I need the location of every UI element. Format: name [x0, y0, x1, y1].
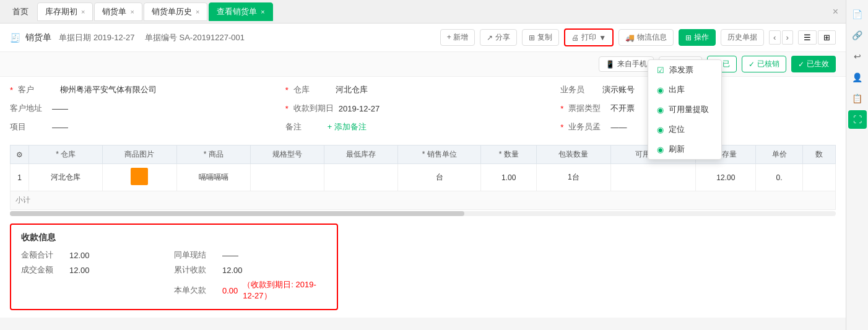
print-label: 打印	[581, 32, 596, 43]
verify-label: 已	[723, 59, 730, 69]
row-unit: 台	[398, 164, 481, 191]
row-image	[103, 164, 176, 191]
grid-view-button[interactable]: ⊞	[818, 30, 836, 45]
amount-total-value: 12.00	[69, 251, 90, 260]
current-owe-value: 0.00	[222, 286, 238, 295]
effective-button[interactable]: ✓ 已生效	[791, 56, 836, 72]
payment-date-label: 收款到期日	[293, 103, 334, 114]
print-button[interactable]: 🖨 打印 ▼	[564, 28, 614, 46]
subtotal-row: 小计	[11, 191, 836, 210]
payment-date-value[interactable]: 2019-12-27	[339, 104, 380, 113]
amount-total-row: 金额合计 12.00	[21, 250, 174, 261]
col-qty: * 数量	[481, 145, 537, 164]
row-qty: 1.00	[481, 164, 537, 191]
next-arrow[interactable]: ›	[782, 30, 793, 45]
sidebar-doc-icon[interactable]: 📄	[848, 5, 867, 24]
add-invoice-item[interactable]: ☑ 添发票	[648, 60, 721, 80]
close-icon[interactable]: ×	[130, 8, 134, 15]
refresh-item[interactable]: ◉ 刷新	[648, 139, 721, 159]
tab-inventory[interactable]: 库存期初 ×	[37, 2, 93, 21]
required-mark: *	[285, 104, 289, 113]
col-spec: 规格型号	[250, 145, 324, 164]
document-header: 🧾 销货单 单据日期 2019-12-27 单据编号 SA-20191227-0…	[0, 24, 846, 52]
tab-home[interactable]: 首页	[5, 2, 36, 21]
col-unit: * 销售单位	[398, 145, 481, 164]
logistics-button[interactable]: 🚚 物流信息	[618, 29, 674, 46]
cancel-button[interactable]: ✓ 已核销	[742, 56, 786, 72]
customer-field: * 客户 柳州粤港平安气体有限公司	[10, 84, 285, 95]
address-field: 客户地址 ——	[10, 103, 285, 114]
share-label: 分享	[495, 32, 510, 43]
customer-value[interactable]: 柳州粤港平安气体有限公司	[60, 84, 157, 95]
row-warehouse: 河北仓库	[29, 164, 103, 191]
transaction-label: 成交金额	[21, 264, 64, 276]
required-mark: *	[560, 104, 563, 113]
ticket-type-value[interactable]: 不开票	[610, 103, 635, 114]
col-settings[interactable]: ⚙	[11, 145, 29, 164]
print-icon: 🖨	[571, 33, 579, 42]
operations-button[interactable]: ⊞ 操作	[679, 29, 716, 46]
col-pkg-qty: 包装数量	[537, 145, 610, 164]
close-icon[interactable]: ×	[196, 8, 199, 15]
close-icon[interactable]: ×	[261, 8, 264, 15]
staff2-label: 业务员孟	[568, 121, 605, 132]
sidebar-link-icon[interactable]: 🔗	[848, 26, 867, 45]
cumulative-row: 累计收款 12.00	[174, 264, 327, 276]
tab-sales-history[interactable]: 销货单历史 ×	[144, 2, 207, 21]
share-icon: ↗	[487, 33, 493, 42]
history-label: 历史单据	[727, 32, 757, 43]
grid-icon: ⊞	[685, 33, 692, 42]
amount-total-label: 金额合计	[21, 250, 64, 261]
tab-home-label: 首页	[12, 6, 28, 17]
history-button[interactable]: 历史单据	[721, 29, 764, 46]
tab-sales-order[interactable]: 销货单 ×	[94, 2, 142, 21]
warehouse-label: 仓库	[293, 84, 331, 95]
collection-grid: 金额合计 12.00 同单现结 —— 成交金额 12.00 累计收款 12.00	[21, 250, 327, 302]
collection-info: 收款信息 金额合计 12.00 同单现结 —— 成交金额 12.00 累计收款 …	[10, 224, 338, 310]
row-index: 1	[11, 164, 29, 191]
current-owe-row: 本单欠款 0.00 （收款到期日: 2019-12-27）	[174, 279, 327, 302]
col-price: 单价	[756, 145, 802, 164]
transaction-row: 成交金额 12.00	[21, 264, 174, 276]
tab-view-sales[interactable]: 查看销货单 ×	[209, 2, 272, 21]
row-product: 嗝嗝嗝嗝	[176, 164, 250, 191]
address-label: 客户地址	[10, 103, 47, 114]
add-remark-button[interactable]: + 添加备注	[328, 121, 367, 132]
dropdown-arrow-icon: ▼	[599, 33, 606, 42]
window-close-button[interactable]: ×	[830, 4, 841, 20]
cancel-check-icon: ✓	[749, 60, 755, 69]
list-view-button[interactable]: ☰	[798, 30, 817, 45]
refresh-label: 刷新	[669, 144, 685, 155]
sidebar-return-icon[interactable]: ↩	[848, 47, 867, 66]
project-value: ——	[52, 123, 68, 132]
copy-button[interactable]: ⊞ 复制	[522, 29, 559, 46]
sidebar-user-icon[interactable]: 👤	[848, 68, 867, 87]
available-extract-item[interactable]: ◉ 可用量提取	[648, 100, 721, 119]
outbound-item[interactable]: ◉ 出库	[648, 80, 721, 100]
share-button[interactable]: ↗ 分享	[480, 29, 517, 46]
locate-item[interactable]: ◉ 定位	[648, 119, 721, 139]
address-value: ——	[52, 104, 68, 113]
document-title-area: 🧾 销货单	[10, 32, 51, 43]
same-order-row: 同单现结 ——	[174, 250, 327, 261]
nav-arrows: ‹ ›	[769, 30, 793, 45]
mobile-icon: 📱	[605, 60, 615, 69]
close-icon[interactable]: ×	[81, 8, 85, 15]
copy-label: 复制	[537, 32, 552, 43]
document-meta: 单据日期 2019-12-27 单据编号 SA-20191227-001	[59, 32, 245, 43]
radio3-icon: ◉	[657, 125, 664, 134]
from-mobile-button[interactable]: 📱 来自手机	[599, 56, 654, 72]
truck-icon: 🚚	[625, 33, 635, 42]
add-button[interactable]: + 新增	[440, 29, 475, 46]
staff-label: 业务员	[560, 84, 597, 95]
available-extract-label: 可用量提取	[669, 104, 709, 115]
prev-arrow[interactable]: ‹	[769, 30, 780, 45]
cancel-label: 已核销	[757, 59, 779, 69]
sidebar-clipboard-icon[interactable]: 📋	[848, 89, 867, 108]
sidebar-expand-icon[interactable]: ⛶	[848, 110, 867, 129]
due-date-text: （收款到期日: 2019-12-27）	[243, 279, 327, 302]
col-min-stock: 最低库存	[324, 145, 398, 164]
toolbar: + 新增 ↗ 分享 ⊞ 复制 🖨 打印 ▼ 🚚 物流信息 ⊞ 操作	[440, 28, 836, 46]
warehouse-value[interactable]: 河北仓库	[336, 84, 368, 95]
same-order-label: 同单现结	[174, 250, 217, 261]
